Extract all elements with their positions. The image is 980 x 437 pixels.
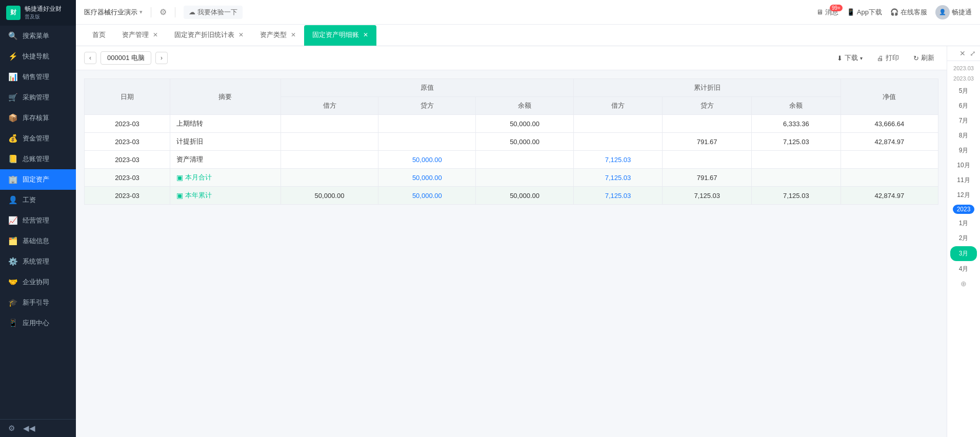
cell-orig-balance-2: [476, 151, 573, 169]
prev-asset-button[interactable]: ‹: [84, 52, 96, 64]
logo-text-block: 畅捷通好业财 普及版: [25, 5, 62, 21]
badge-icon-3: ▣: [176, 173, 183, 182]
timeline-active-month[interactable]: 3月: [950, 246, 977, 261]
cell-orig-balance-3: [476, 169, 573, 187]
tab-0[interactable]: 首页: [84, 25, 114, 46]
badge-icon-4: ▣: [176, 191, 183, 200]
sidebar-item-1[interactable]: ⚡ 快捷导航: [0, 46, 76, 67]
download-button[interactable]: ⬇ 下载 ▾: [833, 51, 867, 65]
phone-icon: 📱: [847, 8, 855, 16]
sidebar-item-4[interactable]: 📦 库存核算: [0, 108, 76, 128]
timeline-month-item[interactable]: 9月: [947, 143, 980, 158]
print-button[interactable]: 🖨 打印: [873, 51, 903, 65]
cell-dep-credit-4: 7,125.03: [663, 187, 752, 205]
cell-dep-debit-2: 7,125.03: [573, 151, 663, 169]
logo-icon: 财: [6, 6, 21, 20]
sidebar-item-7[interactable]: 🏢 固定资产: [0, 169, 76, 190]
cell-net-value-2: [841, 151, 938, 169]
timeline-month-item[interactable]: 11月: [947, 173, 980, 188]
cell-dep-credit-0: [663, 115, 752, 133]
cell-dep-balance-2: [752, 151, 841, 169]
collapse-icon[interactable]: ◀◀: [23, 424, 35, 433]
topbar: 医疗器械行业演示 ▾ ⚙ ☁ 我要体验一下 🖥 消息 99+ 📱 App下载 🎧…: [76, 0, 980, 25]
col-date: 日期: [85, 79, 170, 115]
sidebar-item-3[interactable]: 🛒 采购管理: [0, 87, 76, 108]
sidebar-item-5[interactable]: 💰 资金管理: [0, 128, 76, 149]
timeline-month-item[interactable]: 6月: [947, 98, 980, 113]
topbar-right: 🖥 消息 99+ 📱 App下载 🎧 在线客服 👤 畅捷通: [816, 5, 972, 19]
sidebar-icon-4: 📦: [8, 113, 17, 123]
refresh-icon: ↻: [913, 54, 919, 62]
message-icon: 🖥: [816, 8, 823, 16]
sidebar-item-12[interactable]: 🤝 企业协同: [0, 272, 76, 292]
next-asset-button[interactable]: ›: [155, 52, 168, 64]
company-dropdown-icon: ▾: [139, 9, 143, 15]
cell-dep-balance-4: 7,125.03: [752, 187, 841, 205]
cell-dep-credit-1: 791.67: [663, 133, 752, 151]
year-2023-badge[interactable]: 2023: [953, 205, 975, 214]
col-dep-balance: 余额: [752, 97, 841, 115]
sidebar-item-6[interactable]: 📒 总账管理: [0, 149, 76, 169]
settings-gear-icon[interactable]: ⚙: [159, 7, 167, 17]
cell-orig-balance-0: 50,000.00: [476, 115, 573, 133]
tab-2[interactable]: 固定资产折旧统计表✕: [166, 25, 252, 46]
logo-title: 畅捷通好业财: [25, 5, 62, 13]
sidebar-icon-8: 👤: [8, 195, 17, 205]
user-profile[interactable]: 👤 畅捷通: [935, 5, 972, 19]
download-arrow-icon: ▾: [860, 55, 863, 61]
tab-close-1[interactable]: ✕: [153, 31, 158, 38]
sidebar-icon-14: 📱: [8, 319, 17, 328]
timeline-month-item[interactable]: 7月: [947, 113, 980, 128]
timeline-month-item[interactable]: 4月: [947, 262, 980, 276]
avatar: 👤: [935, 5, 950, 19]
table-row: 2023-03 ▣本月合计 50,000.00 7,125.03 791.67: [85, 169, 938, 187]
timeline-month-item[interactable]: 8月: [947, 128, 980, 143]
timeline-month-item[interactable]: 5月: [947, 84, 980, 98]
tab-4[interactable]: 固定资产明细账✕: [304, 25, 376, 46]
sidebar-icon-3: 🛒: [8, 93, 17, 102]
tab-close-3[interactable]: ✕: [291, 31, 296, 38]
timeline-top-label2: 2023.03: [947, 73, 980, 84]
sidebar-item-0[interactable]: 🔍 搜索菜单: [0, 26, 76, 46]
sidebar-item-11[interactable]: ⚙️ 系统管理: [0, 251, 76, 272]
app-download-button[interactable]: 📱 App下载: [847, 8, 882, 17]
sidebar-item-8[interactable]: 👤 工资: [0, 190, 76, 210]
download-label: 下载: [845, 53, 858, 63]
timeline-month-item[interactable]: 10月: [947, 158, 980, 173]
tab-close-4[interactable]: ✕: [363, 31, 368, 38]
cell-summary-2: 资产清理: [170, 151, 281, 169]
sidebar-item-13[interactable]: 🎓 新手引导: [0, 292, 76, 313]
online-support-button[interactable]: 🎧 在线客服: [890, 8, 927, 17]
cell-dep-debit-1: [573, 133, 663, 151]
sidebar-label-11: 系统管理: [23, 257, 49, 266]
cell-orig-balance-4: 50,000.00: [476, 187, 573, 205]
sidebar-item-10[interactable]: 🗂️ 基础信息: [0, 231, 76, 251]
panel-close-icon[interactable]: ✕: [959, 49, 966, 57]
experience-button[interactable]: ☁ 我要体验一下: [184, 6, 243, 19]
username: 畅捷通: [952, 8, 972, 17]
message-button[interactable]: 🖥 消息 99+: [816, 8, 838, 17]
sidebar-nav: 🔍 搜索菜单 ⚡ 快捷导航 📊 销售管理 🛒 采购管理 📦 库存核算 💰 资金管…: [0, 26, 76, 419]
sidebar-item-2[interactable]: 📊 销售管理: [0, 67, 76, 87]
company-selector[interactable]: 医疗器械行业演示 ▾: [84, 8, 143, 17]
timeline-month-item[interactable]: 1月: [947, 216, 980, 231]
tab-close-2[interactable]: ✕: [238, 31, 244, 38]
sidebar-item-9[interactable]: 📈 经营管理: [0, 210, 76, 231]
cloud-icon: ☁: [189, 8, 195, 16]
timeline-month-item[interactable]: 2月: [947, 231, 980, 246]
col-dep-credit: 贷方: [663, 97, 752, 115]
panel-expand-icon[interactable]: ⤢: [970, 49, 976, 57]
sidebar-label-0: 搜索菜单: [23, 31, 49, 41]
sidebar-icon-7: 🏢: [8, 175, 17, 184]
timeline-collapse-button[interactable]: ⊕: [947, 276, 980, 291]
refresh-button[interactable]: ↻ 刷新: [909, 51, 938, 65]
sidebar-label-4: 库存核算: [23, 113, 49, 123]
col-orig-balance: 余额: [476, 97, 573, 115]
timeline-month-item[interactable]: 12月: [947, 188, 980, 203]
tab-3[interactable]: 资产类型✕: [252, 25, 304, 46]
cell-net-value-3: [841, 169, 938, 187]
settings-icon[interactable]: ⚙: [8, 424, 15, 433]
tab-1[interactable]: 资产管理✕: [114, 25, 166, 46]
sidebar-item-14[interactable]: 📱 应用中心: [0, 313, 76, 333]
content-panel: ‹ 000001 电脑 › ⬇ 下载 ▾ 🖨 打印 ↻ 刷新: [76, 46, 947, 437]
